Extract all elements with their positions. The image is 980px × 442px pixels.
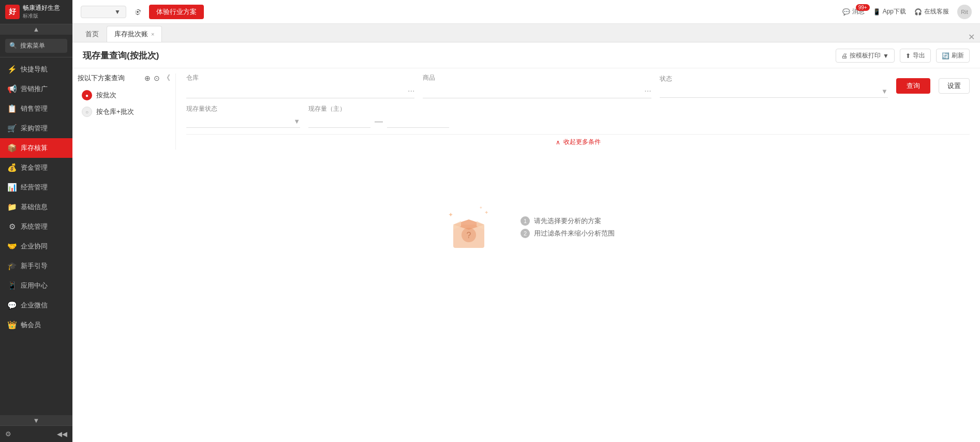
add-scheme-icon[interactable]: ⊕ bbox=[144, 74, 151, 82]
scheme-panel-header: 按以下方案查询 ⊕ ⊙ 《 bbox=[78, 73, 170, 83]
content-area: 现存量查询(按批次) 🖨 按模板打印 ▼ ⬆ 导出 🔄 刷新 bbox=[72, 42, 980, 442]
goods-filter: 商品 ··· bbox=[423, 73, 651, 98]
warehouse-text-input[interactable] bbox=[186, 87, 408, 95]
appcenter-icon: 📱 bbox=[7, 281, 17, 290]
print-button[interactable]: 🖨 按模板打印 ▼ bbox=[836, 49, 895, 63]
goods-filter-label: 商品 bbox=[423, 73, 651, 82]
inventory-status-select[interactable]: ▼ bbox=[186, 115, 300, 128]
sidebar-item-label: 经营管理 bbox=[21, 183, 48, 192]
sidebar: 好 畅康通好生意 标准版 ▲ 🔍 搜索菜单 ⚡ 快捷导航 📢 营销推广 bbox=[0, 0, 72, 442]
topbar: ▼ 体验行业方案 💬 消息 99+ 📱 App下载 bbox=[72, 0, 980, 24]
dropdown-arrow-icon: ▼ bbox=[114, 8, 121, 16]
sidebar-item-marketing[interactable]: 📢 营销推广 bbox=[0, 79, 72, 99]
query-button[interactable]: 查询 bbox=[896, 78, 930, 94]
tab-home-label: 首页 bbox=[85, 30, 99, 39]
member-icon: 👑 bbox=[7, 320, 17, 330]
settings-scheme-icon[interactable]: ⊙ bbox=[154, 74, 160, 82]
scroll-down-button[interactable]: ▼ bbox=[0, 415, 72, 425]
export-button[interactable]: ⬆ 导出 bbox=[900, 49, 931, 63]
settings-button[interactable]: 设置 bbox=[939, 78, 970, 94]
sidebar-item-appcenter[interactable]: 📱 应用中心 bbox=[0, 276, 72, 296]
topbar-right: 💬 消息 99+ 📱 App下载 🎧 在线客服 Rit bbox=[842, 5, 972, 19]
sidebar-item-purchase[interactable]: 🛒 采购管理 bbox=[0, 119, 72, 138]
topbar-left: ▼ 体验行业方案 bbox=[81, 5, 837, 19]
page-close-button[interactable]: ✕ bbox=[968, 32, 975, 42]
topbar-dropdown[interactable]: ▼ bbox=[81, 6, 126, 18]
scroll-up-button[interactable]: ▲ bbox=[0, 24, 72, 35]
qty-to-input[interactable] bbox=[387, 117, 439, 125]
filter-inputs: 仓库 ··· 商品 ··· bbox=[176, 73, 980, 150]
scheme-by-batch[interactable]: ● 按批次 bbox=[78, 87, 170, 104]
inventory-qty-to[interactable] bbox=[387, 115, 449, 128]
step2-text: 用过滤条件来缩小分析范围 bbox=[534, 229, 615, 238]
online-service-label: 在线客服 bbox=[924, 7, 949, 16]
svg-text:✦: ✦ bbox=[479, 205, 483, 210]
refresh-label: 刷新 bbox=[952, 51, 964, 60]
status-dropdown[interactable]: ▼ bbox=[660, 85, 888, 98]
sidebar-item-finance[interactable]: 💰 资金管理 bbox=[0, 158, 72, 178]
warehouse-dots[interactable]: ··· bbox=[408, 86, 414, 96]
qty-from-input[interactable] bbox=[308, 117, 360, 125]
empty-state: ? ✦ ✦ ✦ 1 请先选择要分析的方案 bbox=[72, 155, 980, 300]
collapse-sidebar-icon[interactable]: ◀◀ bbox=[57, 430, 67, 438]
sidebar-item-newbie[interactable]: 🎓 新手引导 bbox=[0, 256, 72, 276]
sidebar-item-label: 畅会员 bbox=[21, 320, 41, 330]
sidebar-search[interactable]: 🔍 搜索菜单 bbox=[0, 35, 72, 57]
inventory-qty-label: 现存量（主） bbox=[308, 105, 449, 113]
print-label: 按模板打印 bbox=[850, 51, 881, 60]
online-service-button[interactable]: 🎧 在线客服 bbox=[914, 7, 949, 16]
sidebar-item-wechat[interactable]: 💬 企业微信 bbox=[0, 296, 72, 315]
sidebar-item-enterprise[interactable]: 🤝 企业协同 bbox=[0, 237, 72, 256]
app-download-button[interactable]: 📱 App下载 bbox=[873, 7, 906, 16]
tab-close-icon[interactable]: × bbox=[151, 31, 154, 37]
sidebar-item-member[interactable]: 👑 畅会员 bbox=[0, 315, 72, 335]
sidebar-item-inventory[interactable]: 📦 库存核算 bbox=[0, 138, 72, 158]
user-menu-button[interactable]: Rit bbox=[957, 5, 972, 19]
topbar-gear-button[interactable] bbox=[130, 5, 145, 19]
print-dropdown-icon: ▼ bbox=[883, 52, 889, 60]
sidebar-item-quick-nav[interactable]: ⚡ 快捷导航 bbox=[0, 60, 72, 79]
app-logo: 好 畅康通好生意 标准版 bbox=[5, 4, 67, 20]
status-dropdown-arrow: ▼ bbox=[881, 87, 888, 95]
main-area: ▼ 体验行业方案 💬 消息 99+ 📱 App下载 bbox=[72, 0, 980, 442]
tab-inventory-batch-label: 库存批次账 bbox=[114, 30, 148, 39]
search-icon: 🔍 bbox=[9, 42, 17, 49]
tabbar: 首页 库存批次账 × ✕ bbox=[72, 24, 980, 42]
goods-text-input[interactable] bbox=[423, 87, 644, 95]
empty-step-2: 2 用过滤条件来缩小分析范围 bbox=[521, 229, 615, 238]
empty-steps: 1 请先选择要分析的方案 2 用过滤条件来缩小分析范围 bbox=[521, 216, 615, 238]
collapse-bar[interactable]: ∧ 收起更多条件 bbox=[186, 134, 970, 150]
inventory-qty-from[interactable] bbox=[308, 115, 370, 128]
sidebar-item-sales[interactable]: 📋 销售管理 bbox=[0, 99, 72, 119]
settings-icon[interactable]: ⚙ bbox=[5, 430, 11, 438]
search-menu-button[interactable]: 🔍 搜索菜单 bbox=[5, 39, 67, 53]
message-button[interactable]: 💬 消息 99+ bbox=[842, 7, 865, 16]
sidebar-nav: ⚡ 快捷导航 📢 营销推广 📋 销售管理 🛒 采购管理 📦 库存核算 💰 bbox=[0, 57, 72, 415]
warehouse-input[interactable]: ··· bbox=[186, 84, 414, 98]
basic-icon: 📁 bbox=[7, 202, 17, 212]
scheme-by-warehouse-batch[interactable]: ○ 按仓库+批次 bbox=[78, 104, 170, 120]
scheme-panel: 按以下方案查询 ⊕ ⊙ 《 ● 按批次 ○ 按仓库+批次 bbox=[72, 73, 176, 150]
tab-inventory-batch[interactable]: 库存批次账 × bbox=[107, 26, 162, 42]
goods-input[interactable]: ··· bbox=[423, 84, 651, 98]
sidebar-item-operations[interactable]: 📊 经营管理 bbox=[0, 178, 72, 197]
trial-button[interactable]: 体验行业方案 bbox=[149, 5, 204, 19]
empty-step-1: 1 请先选择要分析的方案 bbox=[521, 216, 615, 226]
avatar: Rit bbox=[957, 5, 972, 19]
page-header: 现存量查询(按批次) 🖨 按模板打印 ▼ ⬆ 导出 🔄 刷新 bbox=[72, 42, 980, 68]
tab-home[interactable]: 首页 bbox=[78, 26, 107, 42]
sidebar-header: 好 畅康通好生意 标准版 bbox=[0, 0, 72, 24]
sidebar-item-system[interactable]: ⚙ 系统管理 bbox=[0, 217, 72, 237]
app-download-icon: 📱 bbox=[873, 8, 881, 16]
filter-row-2: 现存量状态 ▼ 现存量（主） bbox=[186, 105, 970, 128]
goods-dots[interactable]: ··· bbox=[644, 86, 651, 96]
svg-text:✦: ✦ bbox=[448, 211, 453, 218]
sidebar-item-label: 采购管理 bbox=[21, 124, 48, 133]
sales-icon: 📋 bbox=[7, 104, 17, 113]
sidebar-item-label: 库存核算 bbox=[21, 143, 48, 153]
sidebar-item-basic[interactable]: 📁 基础信息 bbox=[0, 197, 72, 217]
refresh-button[interactable]: 🔄 刷新 bbox=[936, 49, 970, 63]
step1-text: 请先选择要分析的方案 bbox=[534, 216, 601, 226]
scheme-inactive-icon: ○ bbox=[82, 107, 92, 117]
collapse-panel-icon[interactable]: 《 bbox=[163, 73, 170, 83]
